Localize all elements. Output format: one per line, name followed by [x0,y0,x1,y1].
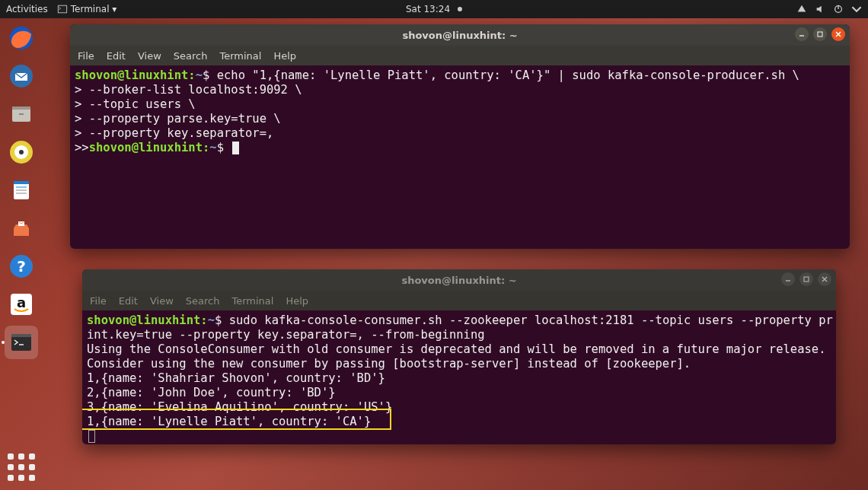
titlebar[interactable]: shovon@linuxhint: ~ [82,269,836,291]
cursor [232,142,239,154]
term-line: > --property key.separator=, [75,126,273,140]
show-applications[interactable] [8,453,35,481]
clock-label: Sat 13:24 [406,4,450,14]
menu-terminal[interactable]: Terminal [219,50,261,62]
svg-rect-13 [14,181,29,184]
menu-view[interactable]: View [150,295,174,307]
dock: ? a [2,21,41,359]
close-button[interactable] [818,272,831,286]
term-line: 1,{name: 'Lynelle Piatt', country: 'CA'} [87,415,371,428]
svg-rect-26 [818,32,822,37]
menu-help[interactable]: Help [273,50,296,62]
term-line: sudo kafka-console-consumer.sh --zookeep… [229,313,833,327]
dock-amazon[interactable]: a [5,288,38,321]
menu-terminal[interactable]: Terminal [231,295,273,307]
prompt-path: ~ [208,313,215,327]
maximize-button[interactable] [813,27,827,41]
term-line: 2,{name: 'John Doe', country: 'BD'} [87,386,336,399]
minimize-button[interactable] [795,27,809,41]
prompt-user: shovon@linuxhint [89,141,203,154]
network-icon[interactable] [796,4,807,14]
term-line: 1,{name: 'Shahriar Shovon', country: 'BD… [87,371,385,385]
menu-file[interactable]: File [78,50,94,62]
svg-rect-28 [804,277,809,282]
menu-search[interactable]: Search [186,295,220,307]
minimize-button[interactable] [781,272,795,286]
activities-button[interactable]: Activities [6,4,48,14]
dock-help[interactable]: ? [5,250,38,283]
menubar: File Edit View Search Terminal Help [82,291,836,310]
svg-rect-23 [11,334,31,337]
svg-text:?: ? [17,257,26,275]
window-title: shovon@linuxhint: ~ [402,30,517,41]
appmenu-label: Terminal ▾ [71,4,117,14]
menu-edit[interactable]: Edit [119,295,138,307]
maximize-button[interactable] [799,272,813,286]
terminal-output[interactable]: shovon@linuxhint:~$ sudo kafka-console-c… [82,310,836,444]
window-title: shovon@linuxhint: ~ [401,275,516,286]
appmenu-terminal[interactable]: Terminal ▾ [57,4,117,14]
menu-file[interactable]: File [90,295,107,307]
dock-writer[interactable] [5,173,38,207]
svg-rect-8 [19,113,24,115]
volume-icon[interactable] [815,4,825,14]
terminal-window-consumer: shovon@linuxhint: ~ File Edit View Searc… [82,269,836,444]
menu-search[interactable]: Search [174,50,208,62]
dock-files[interactable] [5,97,38,131]
menu-view[interactable]: View [138,50,161,62]
term-line: Consider using the new consumer by passi… [87,357,691,371]
chevron-down-icon[interactable] [851,4,862,14]
terminal-window-producer: shovon@linuxhint: ~ File Edit View Searc… [70,24,850,249]
prompt-path: ~ [196,68,203,82]
dock-firefox[interactable] [5,21,38,55]
dock-rhythmbox[interactable] [5,135,38,169]
term-line: Using the ConsoleConsumer with old consu… [87,342,826,356]
menu-edit[interactable]: Edit [107,50,126,62]
terminal-icon [57,4,68,14]
menubar: File Edit View Search Terminal Help [70,46,850,65]
notification-dot [458,7,462,11]
dock-thunderbird[interactable] [5,59,38,93]
term-line: >> [75,141,89,154]
dock-terminal[interactable] [5,326,38,359]
term-line: > --broker-list localhost:9092 \ [75,83,302,97]
prompt-path: ~ [209,141,216,154]
terminal-output[interactable]: shovon@linuxhint:~$ echo "1,{name: 'Lyne… [70,65,850,158]
term-line: 3,{name: 'Evelina Aquilino', country: 'U… [87,400,392,414]
cursor [88,430,95,443]
term-line: int.key=true --property key.separator=, … [87,328,485,342]
titlebar[interactable]: shovon@linuxhint: ~ [70,24,850,46]
menu-help[interactable]: Help [286,295,308,307]
term-line: > --property parse.key=true \ [75,112,281,126]
power-icon[interactable] [833,4,844,14]
svg-text:a: a [17,294,26,310]
dock-software[interactable] [5,212,38,245]
clock[interactable]: Sat 13:24 [406,4,462,14]
term-line: > --topic users \ [75,97,196,111]
term-line: echo "1,{name: 'Lynelle Piatt', country:… [217,68,799,82]
gnome-topbar: Activities Terminal ▾ Sat 13:24 [0,0,868,18]
prompt-user: shovon@linuxhint [87,313,200,327]
svg-point-11 [19,150,24,154]
close-button[interactable] [831,27,845,41]
prompt-user: shovon@linuxhint [75,68,188,82]
svg-rect-7 [12,107,30,110]
